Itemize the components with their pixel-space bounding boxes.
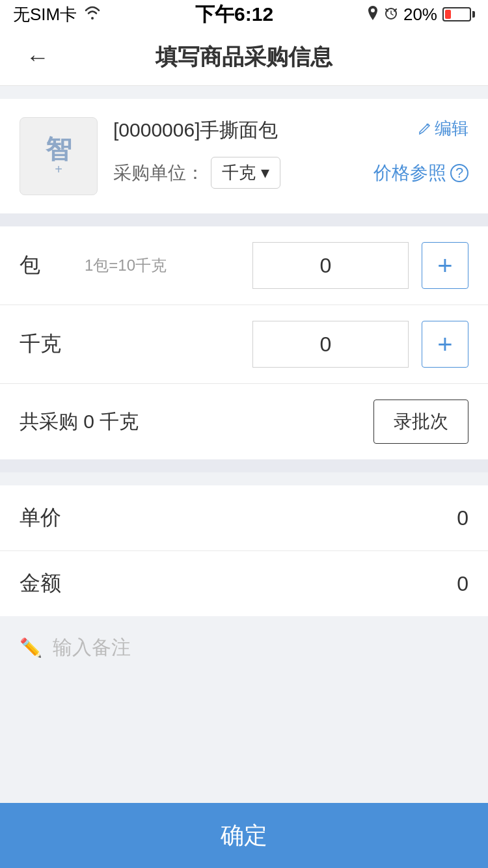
unit-label: 采购单位： [113, 161, 204, 185]
chevron-down-icon: ▾ [261, 163, 269, 183]
battery-percent: 20% [403, 5, 437, 25]
kg-label: 千克 [20, 330, 72, 359]
kg-plus-button[interactable]: + [422, 321, 468, 368]
summary-text: 共采购 0 千克 [20, 409, 139, 435]
kg-quantity-input[interactable] [252, 321, 409, 368]
unit-price-row: 单价 0 [0, 485, 488, 551]
bag-label: 包 [20, 251, 72, 280]
notes-placeholder: 输入备注 [53, 634, 131, 661]
help-icon: ? [450, 164, 468, 182]
bag-sub-label: 1包=10千克 [85, 255, 239, 276]
section-divider-2 [0, 459, 488, 472]
nav-bar: ← 填写商品采购信息 [0, 29, 488, 86]
input-section: 包 1包=10千克 + 千克 + 共采购 0 千克 录 [0, 226, 488, 459]
product-info: [0000006]手撕面包 编辑 采购单位： 千克 ▾ 价格参照 ? [113, 117, 468, 189]
product-unit-row: 采购单位： 千克 ▾ 价格参照 ? [113, 157, 468, 189]
sim-label: 无SIM卡 [13, 3, 77, 26]
alarm-icon [384, 5, 398, 25]
unit-price-label: 单价 [20, 504, 61, 532]
product-image: 智 + [20, 117, 98, 195]
product-header: [0000006]手撕面包 编辑 [113, 117, 468, 144]
price-reference-button[interactable]: 价格参照 ? [373, 161, 468, 185]
amount-value: 0 [457, 572, 468, 596]
unit-price-value: 0 [457, 506, 468, 530]
status-left: 无SIM卡 [13, 3, 102, 26]
kg-input-row: 千克 + [0, 305, 488, 384]
page-title: 填写商品采购信息 [156, 42, 332, 72]
summary-row: 共采购 0 千克 录批次 [0, 384, 488, 459]
pencil-icon: ✏️ [20, 637, 42, 658]
product-logo-top: 智 [46, 136, 72, 162]
product-logo-bottom: + [46, 162, 72, 177]
status-bar: 无SIM卡 下午6:12 20% [0, 0, 488, 29]
amount-row: 金额 0 [0, 551, 488, 616]
edit-button[interactable]: 编辑 [418, 117, 468, 140]
batch-button[interactable]: 录批次 [373, 400, 468, 444]
wifi-icon [83, 5, 102, 23]
notes-section[interactable]: ✏️ 输入备注 [0, 616, 488, 679]
amount-label: 金额 [20, 569, 61, 598]
section-divider-1 [0, 213, 488, 226]
product-card: 智 + [0000006]手撕面包 编辑 采购单位： 千克 ▾ [0, 99, 488, 213]
battery-icon [442, 7, 475, 21]
location-icon [367, 5, 379, 25]
status-right: 20% [367, 5, 475, 25]
confirm-button[interactable]: 确定 [0, 803, 488, 868]
bag-plus-button[interactable]: + [422, 242, 468, 289]
bag-quantity-input[interactable] [252, 242, 409, 289]
price-section: 单价 0 金额 0 [0, 485, 488, 616]
back-button[interactable]: ← [20, 37, 56, 77]
status-time: 下午6:12 [195, 1, 273, 28]
bag-input-row: 包 1包=10千克 + [0, 226, 488, 305]
unit-select[interactable]: 千克 ▾ [211, 157, 280, 189]
product-name: [0000006]手撕面包 [113, 117, 278, 144]
